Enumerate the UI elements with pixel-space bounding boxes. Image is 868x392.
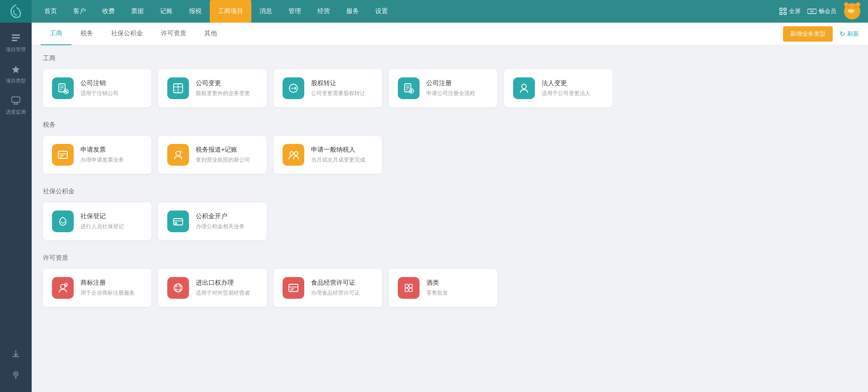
svg-point-44 (290, 152, 293, 155)
card-desc-company-change: 股权变更外的业务变更 (196, 90, 258, 97)
card-desc-company-cancel: 适用于注销公司 (80, 90, 142, 97)
card-text-company-cancel: 公司注销 适用于注销公司 (80, 79, 142, 97)
card-title-tax-accounting: 税务报道+记账 (196, 146, 258, 154)
social-register-icon (52, 210, 74, 232)
card-title-company-cancel: 公司注销 (80, 79, 142, 87)
list-icon (10, 33, 21, 43)
scroll-content[interactable]: 工商 (32, 45, 868, 392)
card-title-apply-invoice: 申请发票 (80, 146, 142, 154)
card-trademark[interactable]: R 商标注册 用于企业商标注册服务 (43, 269, 151, 307)
svg-text:R: R (65, 284, 67, 287)
card-equity-transfer[interactable]: 股权转让 公司变更需要股权转让 (274, 69, 382, 107)
section-title-business: 工商 (43, 54, 857, 62)
fullscreen-button[interactable]: 全屏 (779, 7, 801, 15)
sidebar-item-project-manage[interactable]: 项目管理 (0, 27, 32, 58)
svg-point-49 (175, 223, 176, 224)
card-tax-accounting[interactable]: 税务报道+记账 拿到营业执照的新公司 (158, 136, 267, 174)
card-apply-invoice[interactable]: 申请发票 办理申请发票业务 (43, 136, 151, 174)
svg-rect-3 (784, 12, 786, 14)
tab-license[interactable]: 许可资质 (152, 23, 195, 45)
sidebar-label-progress: 进度监测 (6, 109, 26, 115)
card-title-liquor: 酒类 (426, 279, 488, 287)
nav-operation[interactable]: 经营 (309, 0, 338, 23)
content-area: 工商 税务 社保公积金 许可资质 其他 新增业务类型 ↻ 刷新 工商 (32, 23, 868, 392)
nav-home[interactable]: 首页 (36, 0, 65, 23)
refresh-icon: ↻ (840, 30, 845, 38)
member-button[interactable]: 畅会员 (807, 7, 836, 15)
card-title-import-export: 进出口权办理 (196, 279, 258, 287)
card-title-general-taxpayer: 申请一般纳税人 (311, 146, 373, 154)
card-food-license[interactable]: 食品经营许可证 办理食品经营许可证 (274, 269, 382, 307)
card-liquor[interactable]: 酒类 零售批发 (389, 269, 497, 307)
tab-tax[interactable]: 税务 (71, 23, 102, 45)
tab-other[interactable]: 其他 (195, 23, 226, 45)
card-import-export[interactable]: 进出口权办理 适用于对外贸易经营者 (158, 269, 267, 307)
sidebar-bottom (0, 344, 32, 392)
card-general-taxpayer[interactable]: 申请一般纳税人 当月或次月成变更完成 (274, 136, 382, 174)
svg-rect-46 (174, 219, 183, 225)
avatar[interactable] (843, 2, 861, 20)
card-social-register[interactable]: 社保登记 进行人员社保登记 (43, 202, 151, 240)
svg-marker-9 (12, 66, 20, 73)
svg-rect-1 (784, 8, 786, 10)
sidebar-label-project-manage: 项目管理 (6, 46, 26, 53)
company-register-icon (398, 77, 420, 99)
card-desc-apply-invoice: 办理申请发票业务 (80, 156, 142, 164)
card-company-register[interactable]: 公司注册 申请公司注册全流程 (389, 69, 497, 107)
svg-rect-57 (289, 284, 298, 292)
card-legal-change[interactable]: 法人变更 适用于公司变更法人 (504, 69, 613, 107)
card-text-provident-fund: 公积金开户 办理公积金相关业务 (196, 212, 258, 230)
sidebar-label-project-type: 项目类型 (6, 77, 26, 84)
svg-point-54 (176, 284, 180, 292)
liquor-icon (398, 277, 420, 299)
nav-message[interactable]: 消息 (251, 0, 280, 23)
svg-rect-7 (12, 37, 20, 38)
tab-bar: 工商 税务 社保公积金 许可资质 其他 新增业务类型 ↻ 刷新 (32, 23, 868, 45)
nav-business[interactable]: 工商项目 (210, 0, 251, 23)
card-text-import-export: 进出口权办理 适用于对外贸易经营者 (196, 279, 258, 297)
nav-accounting[interactable]: 记账 (152, 0, 181, 23)
svg-rect-6 (12, 34, 20, 36)
sidebar-item-progress[interactable]: 进度监测 (0, 90, 32, 121)
card-text-equity-transfer: 股权转让 公司变更需要股权转让 (311, 79, 373, 97)
trademark-icon: R (52, 277, 74, 299)
nav-settings[interactable]: 设置 (367, 0, 396, 23)
nav-manage[interactable]: 管理 (280, 0, 309, 23)
card-company-change[interactable]: + − 公司变更 股权变更外的业务变更 (158, 69, 267, 107)
card-company-cancel[interactable]: 公司注销 适用于注销公司 (43, 69, 151, 107)
svg-line-43 (180, 151, 182, 153)
tab-social-insurance[interactable]: 社保公积金 (102, 23, 152, 45)
section-business: 工商 (43, 54, 857, 107)
sidebar-location[interactable] (0, 364, 32, 385)
cards-grid-business: 公司注销 适用于注销公司 + − (43, 69, 857, 107)
refresh-button[interactable]: ↻ 刷新 (840, 30, 859, 38)
nav-service[interactable]: 服务 (338, 0, 367, 23)
provident-fund-icon (167, 210, 189, 232)
tab-actions: 新增业务类型 ↻ 刷新 (783, 26, 859, 42)
section-license: 许可资质 R 商标注册 用于企 (43, 254, 857, 307)
add-business-type-button[interactable]: 新增业务类型 (783, 26, 833, 42)
card-text-company-register: 公司注册 申请公司注册全流程 (426, 79, 488, 97)
nav-tax[interactable]: 报税 (181, 0, 210, 23)
general-taxpayer-icon (283, 144, 304, 166)
company-change-icon: + − (167, 77, 189, 99)
svg-rect-2 (780, 12, 782, 14)
cards-grid-tax: 申请发票 办理申请发票业务 税务 (43, 136, 857, 174)
tab-business[interactable]: 工商 (41, 23, 71, 45)
top-navigation: 首页 客户 收费 票据 记账 报税 工商项目 消息 管理 经营 服务 设置 全屏… (0, 0, 868, 23)
card-desc-liquor: 零售批发 (426, 289, 488, 297)
svg-rect-64 (409, 288, 412, 292)
nav-fee[interactable]: 收费 (94, 0, 123, 23)
svg-text:−: − (179, 88, 182, 93)
sidebar-item-project-type[interactable]: 项目类型 (0, 58, 32, 90)
card-provident-fund[interactable]: 公积金开户 办理公积金相关业务 (158, 202, 267, 240)
card-text-legal-change: 法人变更 适用于公司变更法人 (542, 79, 604, 97)
section-title-tax: 税务 (43, 121, 857, 129)
card-title-social-register: 社保登记 (80, 212, 142, 220)
sidebar-download[interactable] (0, 344, 32, 364)
nav-customer[interactable]: 客户 (65, 0, 94, 23)
svg-text:+: + (175, 88, 177, 93)
svg-point-53 (174, 284, 182, 292)
logo[interactable] (0, 0, 32, 23)
nav-invoice[interactable]: 票据 (123, 0, 152, 23)
